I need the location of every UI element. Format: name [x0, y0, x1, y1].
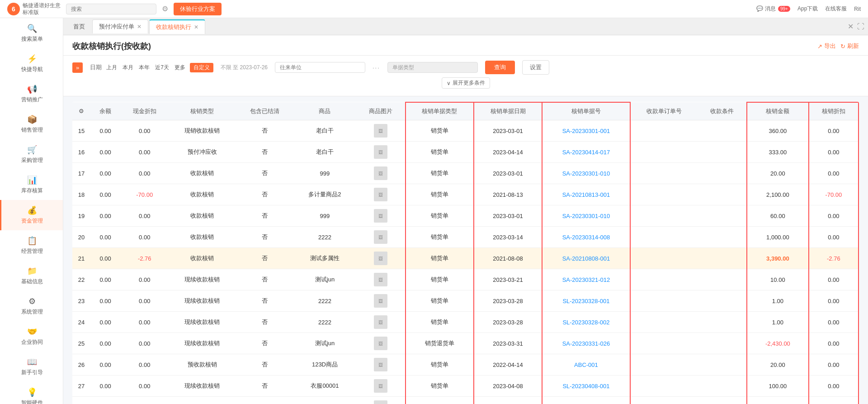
row-verify-type: 现销收款核销: [169, 397, 236, 404]
sidebar-label-operations: 经营管理: [21, 247, 43, 255]
tab-expand-btn[interactable]: ⛶: [857, 22, 864, 31]
row-verify-receipt-no[interactable]: SA-20210808-001: [542, 248, 630, 269]
row-verify-receipt-no[interactable]: SA-20230331-026: [542, 333, 630, 354]
sidebar-item-finance[interactable]: 💰 资金管理: [0, 200, 63, 230]
row-goods: 老白干: [293, 120, 356, 142]
table-row: 280.000.00现销收款核销否2222🖼销货单2023-04-18SL-20…: [72, 397, 859, 404]
expand-arrow-btn[interactable]: »: [72, 62, 83, 73]
sidebar-label-hardware: 智能硬件: [21, 399, 43, 404]
row-verify-type: 收款核销: [169, 163, 236, 184]
col-settings[interactable]: ⚙: [72, 102, 90, 120]
col-cash-discount: 现金折扣: [120, 102, 169, 120]
sidebar-item-purchase[interactable]: 🛒 采购管理: [0, 139, 63, 170]
filter-7days[interactable]: 近7天: [153, 63, 171, 72]
row-verify-receipt-no[interactable]: SL-20230408-001: [542, 375, 630, 397]
filter-this-month[interactable]: 本月: [121, 63, 135, 72]
row-verify-receipt-no[interactable]: SA-20230414-017: [542, 142, 630, 163]
query-btn[interactable]: 查询: [485, 61, 515, 74]
row-verify-discount: 0.00: [809, 142, 859, 163]
row-include-settled: 否: [236, 120, 293, 142]
filter-more[interactable]: 更多: [173, 63, 187, 72]
sidebar-item-guide[interactable]: 📖 新手引导: [0, 352, 63, 382]
row-id: 25: [72, 333, 90, 354]
messages-icon[interactable]: 💬 消息 99+: [756, 5, 790, 13]
row-goods-image: 🖼: [356, 163, 406, 184]
row-balance: 0.00: [90, 163, 120, 184]
row-include-settled: 否: [236, 354, 293, 375]
tab-home[interactable]: 首页: [67, 20, 91, 33]
filter-last-month[interactable]: 上月: [104, 63, 119, 72]
expand-more-btn[interactable]: ∨ 展开更多条件: [442, 77, 490, 89]
row-receipt-order-no: [630, 397, 698, 404]
row-verify-receipt-no[interactable]: SL-20230418-001: [542, 397, 630, 404]
row-verify-receipt-no[interactable]: SL-20230328-001: [542, 290, 630, 312]
purchase-icon: 🛒: [27, 145, 37, 155]
tab-verify-close[interactable]: ✕: [194, 24, 198, 30]
chevron-down-icon: ∨: [447, 80, 451, 86]
receipt-type-select[interactable]: 单据类型: [387, 62, 478, 73]
export-btn[interactable]: ↗ 导出: [817, 42, 836, 50]
table-row: 160.000.00预付冲应收否老白干🖼销货单2023-04-14SA-2023…: [72, 142, 859, 163]
tab-verify[interactable]: 收款核销执行 ✕: [149, 19, 205, 34]
row-goods: 测试jun: [293, 269, 356, 290]
row-goods-image: 🖼: [356, 290, 406, 312]
table-row: 210.00-2.76收款核销否测试多属性🖼销货单2021-08-08SA-20…: [72, 248, 859, 269]
online-service-link[interactable]: 在线客服: [825, 5, 847, 13]
sidebar-item-inventory[interactable]: 📊 库存核算: [0, 170, 63, 200]
row-receipt-condition: [698, 290, 747, 312]
row-goods-image: 🖼: [356, 248, 406, 269]
sidebar-item-basic[interactable]: 📁 基础信息: [0, 261, 63, 291]
user-name[interactable]: Rit: [854, 6, 861, 12]
refresh-btn[interactable]: ↻ 刷新: [840, 42, 859, 50]
row-verify-receipt-no[interactable]: SL-20230328-002: [542, 312, 630, 333]
row-verify-receipt-date: 2023-04-14: [474, 142, 542, 163]
row-receipt-order-no: [630, 269, 698, 290]
sidebar-item-system[interactable]: ⚙ 系统管理: [0, 291, 63, 321]
trial-btn[interactable]: 休验行业方案: [174, 3, 222, 15]
top-bar-left: 6 畅捷通谱好生意 标准版 ⚙ 休验行业方案: [7, 2, 222, 15]
row-verify-receipt-no[interactable]: SA-20230321-012: [542, 269, 630, 290]
row-verify-receipt-no[interactable]: SA-20210813-001: [542, 184, 630, 205]
sidebar-item-quicknav[interactable]: ⚡ 快捷导航: [0, 48, 63, 79]
row-receipt-condition: [698, 354, 747, 375]
row-include-settled: 否: [236, 397, 293, 404]
tab-close-all-btn[interactable]: ✕: [848, 22, 854, 31]
row-verify-type: 收款核销: [169, 248, 236, 269]
filter-custom-btn[interactable]: 自定义: [190, 63, 213, 72]
row-goods: 2222: [293, 290, 356, 312]
row-verify-amount: 100.00: [747, 397, 809, 404]
filter-this-year[interactable]: 本年: [137, 63, 151, 72]
row-goods: 2222: [293, 227, 356, 248]
row-balance: 0.00: [90, 184, 120, 205]
counterparty-input[interactable]: [275, 62, 365, 73]
row-balance: 0.00: [90, 312, 120, 333]
row-receipt-condition: [698, 333, 747, 354]
app-download-link[interactable]: App下载: [797, 5, 818, 13]
gear-icon[interactable]: ⚙: [162, 5, 168, 13]
sidebar-item-sales[interactable]: 📦 销售管理: [0, 109, 63, 139]
row-id: 21: [72, 248, 90, 269]
sidebar-item-operations[interactable]: 📋 经营管理: [0, 230, 63, 261]
row-id: 18: [72, 184, 90, 205]
sidebar-item-hardware[interactable]: 💡 智能硬件: [0, 382, 63, 404]
row-verify-receipt-type: 销货单: [406, 184, 474, 205]
tab-prepay[interactable]: 预付冲应付单 ✕: [92, 19, 148, 33]
row-verify-receipt-no[interactable]: SA-20230301-010: [542, 163, 630, 184]
tab-prepay-label: 预付冲应付单: [99, 23, 134, 31]
row-id: 15: [72, 120, 90, 142]
sidebar-item-search[interactable]: 🔍 搜索菜单: [0, 18, 63, 48]
row-verify-receipt-no[interactable]: SA-20230301-001: [542, 120, 630, 142]
row-verify-receipt-no[interactable]: ABC-001: [542, 354, 630, 375]
row-include-settled: 否: [236, 248, 293, 269]
sidebar-item-enterprise[interactable]: 🤝 企业协同: [0, 321, 63, 352]
search-input[interactable]: [66, 4, 156, 14]
settings-btn[interactable]: 设置: [522, 60, 549, 75]
settings-icon[interactable]: ⚙: [79, 108, 84, 114]
row-verify-receipt-date: 2023-04-18: [474, 397, 542, 404]
row-verify-receipt-no[interactable]: SA-20230301-010: [542, 205, 630, 227]
main-content: 首页 预付冲应付单 ✕ 收款核销执行 ✕ ✕ ⛶ 收款核销执行(按收款) ↗: [63, 18, 868, 404]
tab-verify-label: 收款核销执行: [156, 23, 191, 31]
sidebar-item-marketing[interactable]: 📢 营销推广: [0, 79, 63, 109]
row-verify-receipt-no[interactable]: SA-20230314-008: [542, 227, 630, 248]
tab-prepay-close[interactable]: ✕: [137, 24, 142, 30]
